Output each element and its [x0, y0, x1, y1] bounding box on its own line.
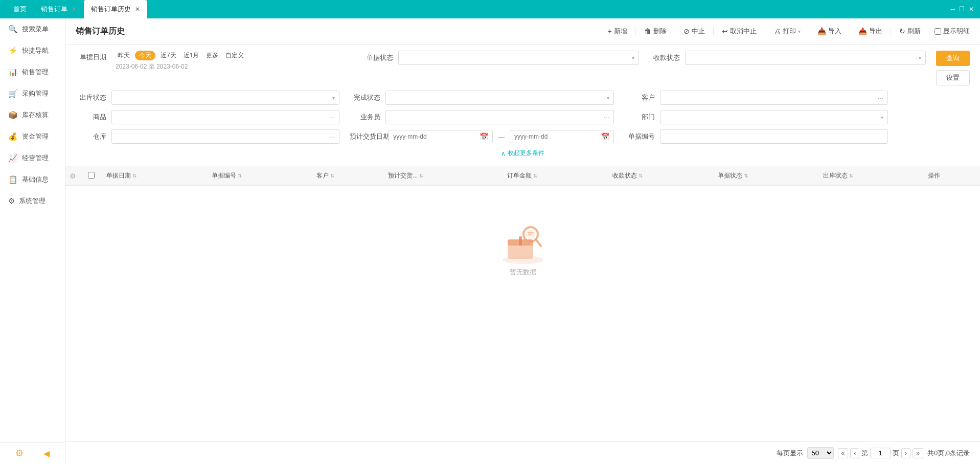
th-number-sort-icon: ⇅ [238, 173, 242, 179]
next-page-button[interactable]: › [901, 448, 910, 458]
customer-ellipsis[interactable]: ··· [877, 94, 883, 102]
select-all-checkbox[interactable] [88, 172, 95, 179]
warehouse-ellipsis[interactable]: ··· [329, 132, 335, 141]
sidebar-item-basic-info[interactable]: 📋 基础信息 [0, 169, 65, 190]
delete-icon: 🗑 [644, 27, 651, 35]
status-select[interactable]: ▾ [398, 51, 639, 65]
tab-home[interactable]: 首页 [6, 0, 34, 18]
divider-5 [809, 27, 809, 35]
sidebar-item-sales-mgmt[interactable]: 📊 销售管理 [0, 61, 65, 83]
current-page-input[interactable] [870, 448, 891, 458]
query-button[interactable]: 查询 [936, 51, 970, 66]
stop-button[interactable]: ⊘ 中止 [680, 25, 708, 38]
tab-sales-order-history[interactable]: 销售订单历史 ✕ [84, 0, 147, 18]
warehouse-label: 仓库 [76, 132, 111, 141]
import-button[interactable]: 📥 导入 [814, 25, 845, 38]
refresh-button[interactable]: ↻ 刷新 [896, 25, 924, 38]
salesperson-ellipsis[interactable]: ··· [603, 113, 609, 121]
date-option-yesterday[interactable]: 昨天 [116, 51, 132, 60]
cancel-stop-icon: ↩ [722, 27, 728, 35]
date-option-today[interactable]: 今天 [135, 51, 155, 60]
expected-date-start[interactable]: 📅 [389, 130, 493, 143]
date-option-custom[interactable]: 自定义 [223, 51, 246, 60]
date-option-more[interactable]: 更多 [204, 51, 220, 60]
print-button[interactable]: 🖨 打印 ▾ [770, 25, 804, 38]
collapse-icon: ∧ [501, 150, 506, 157]
collapse-conditions[interactable]: ∧ 收起更多条件 [76, 147, 970, 160]
completion-status-select[interactable]: ▾ [385, 91, 613, 105]
layout: 🔍 搜索菜单 ⚡ 快捷导航 📊 销售管理 🛒 采购管理 📦 库存核算 💰 资金管… [0, 18, 980, 464]
th-amount[interactable]: 订单金额 ⇅ [503, 166, 608, 186]
sidebar-item-operations-mgmt[interactable]: 📈 经营管理 [0, 147, 65, 169]
sidebar-item-search-menu[interactable]: 🔍 搜索菜单 [0, 18, 65, 40]
restore-btn[interactable]: ❐ [959, 6, 965, 13]
th-outbound-status[interactable]: 出库状态 ⇅ [819, 166, 924, 186]
doc-number-input[interactable] [660, 129, 888, 144]
prev-page-button[interactable]: ‹ [850, 448, 859, 458]
expected-date-end[interactable]: 📅 [510, 130, 614, 143]
delete-button[interactable]: 🗑 删除 [641, 25, 670, 38]
warehouse-select[interactable]: ··· [111, 129, 339, 144]
sidebar-item-operations-mgmt-label: 经营管理 [22, 153, 49, 163]
customer-select[interactable]: ··· [660, 91, 888, 105]
minimize-btn[interactable]: ─ [950, 6, 955, 13]
th-number-label: 单据编号 [212, 171, 236, 180]
product-ellipsis[interactable]: ··· [329, 113, 335, 121]
display-detail-checkbox[interactable] [935, 28, 941, 35]
tab-sales-order[interactable]: 销售订单 ✕ [34, 0, 84, 18]
tab-sales-order-history-close[interactable]: ✕ [135, 6, 140, 13]
filter-area: 单据日期 昨天 今天 近7天 近1月 更多 自定义 2023-06-02 至 2… [65, 45, 980, 166]
first-page-button[interactable]: « [838, 448, 849, 458]
customer-label: 客户 [624, 93, 660, 102]
empty-illustration [492, 216, 554, 268]
th-date[interactable]: 单据日期 ⇅ [102, 166, 208, 186]
tab-sales-order-close[interactable]: ✕ [72, 6, 77, 13]
th-payment-status[interactable]: 收款状态 ⇅ [608, 166, 714, 186]
completion-status-dropdown-icon: ▾ [607, 95, 609, 101]
th-doc-status[interactable]: 单据状态 ⇅ [714, 166, 819, 186]
sidebar-collapse-icon[interactable]: ◀ [43, 449, 50, 458]
doc-number-field[interactable] [665, 133, 883, 140]
settings-button[interactable]: 设置 [936, 70, 970, 85]
operations-mgmt-icon: 📈 [8, 153, 18, 163]
add-label: 新增 [614, 27, 627, 36]
th-expected-date[interactable]: 预计交货... ⇅ [384, 166, 503, 186]
salesperson-select[interactable]: ··· [385, 110, 613, 124]
tab-sales-order-label: 销售订单 [41, 5, 67, 14]
svg-rect-3 [519, 236, 522, 246]
divider-2 [675, 27, 675, 35]
sidebar-item-quick-nav[interactable]: ⚡ 快捷导航 [0, 40, 65, 61]
th-number[interactable]: 单据编号 ⇅ [208, 166, 313, 186]
expected-date-start-input[interactable] [393, 133, 477, 140]
sidebar-bottom: ⚙ ◀ [0, 442, 65, 464]
expected-date-end-input[interactable] [514, 133, 599, 140]
add-button[interactable]: + 新增 [605, 25, 630, 38]
tab-sales-order-history-label: 销售订单历史 [91, 5, 131, 14]
cancel-stop-button[interactable]: ↩ 取消中止 [719, 25, 760, 38]
sidebar-item-inventory-mgmt[interactable]: 📦 库存核算 [0, 104, 65, 126]
product-select[interactable]: ··· [111, 110, 339, 124]
outbound-status-select[interactable]: ▾ [111, 91, 339, 105]
export-button[interactable]: 📤 导出 [855, 25, 885, 38]
payment-status-select[interactable]: ▾ [685, 51, 926, 65]
th-customer[interactable]: 客户 ⇅ [312, 166, 384, 186]
close-window-btn[interactable]: ✕ [969, 6, 974, 13]
sidebar-item-purchase-mgmt[interactable]: 🛒 采购管理 [0, 83, 65, 104]
page-suffix: 页 [893, 449, 899, 458]
system-mgmt-icon: ⚙ [8, 196, 15, 206]
department-select[interactable]: ▾ [660, 110, 888, 124]
import-icon: 📥 [817, 27, 826, 35]
date-option-7days[interactable]: 近7天 [158, 51, 178, 60]
page-size-select[interactable]: 20 50 100 [807, 447, 834, 459]
last-page-button[interactable]: » [913, 448, 923, 458]
sidebar-item-system-mgmt[interactable]: ⚙ 系统管理 [0, 190, 65, 212]
th-customer-label: 客户 [316, 171, 329, 180]
date-label: 单据日期 [76, 51, 111, 62]
table-settings-icon[interactable]: ⚙ [70, 172, 76, 180]
date-option-1month[interactable]: 近1月 [181, 51, 201, 60]
calendar-end-icon[interactable]: 📅 [601, 132, 609, 141]
sidebar-settings-icon[interactable]: ⚙ [15, 448, 24, 459]
sidebar-item-finance-mgmt[interactable]: 💰 资金管理 [0, 126, 65, 147]
calendar-start-icon[interactable]: 📅 [480, 132, 488, 141]
display-toggle[interactable]: 显示明细 [935, 27, 970, 36]
